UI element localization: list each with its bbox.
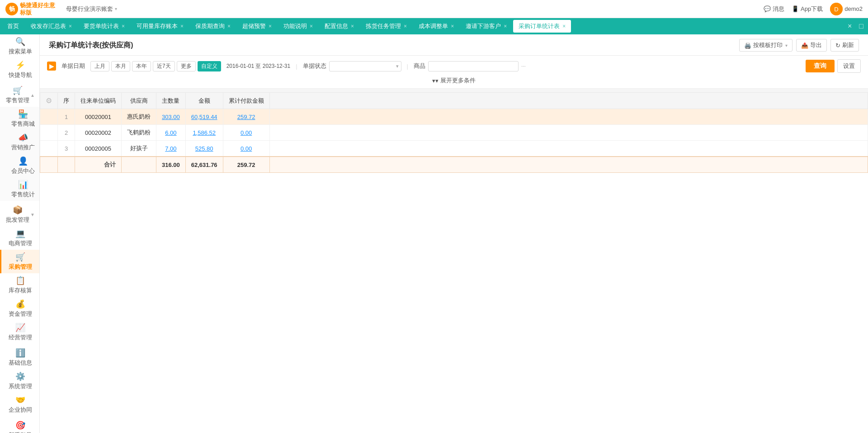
sidebar-item-operations[interactable]: 📈 经营管理 bbox=[0, 320, 39, 344]
refresh-label: 刷新 bbox=[842, 41, 854, 49]
tab-yaohuo[interactable]: 要货单统计表 × bbox=[78, 20, 130, 33]
expand-more-icon: ▾▾ bbox=[432, 77, 439, 84]
workspace-selector[interactable]: 母婴行业演示账套 ▾ bbox=[66, 5, 117, 13]
amount-link-2[interactable]: 1,586.52 bbox=[193, 129, 216, 136]
paid-link-1[interactable]: 259.72 bbox=[237, 114, 255, 120]
sidebar-item-system[interactable]: ⚙️ 系统管理 bbox=[0, 369, 39, 393]
close-tab-yaoqing[interactable]: × bbox=[504, 23, 507, 29]
paid-link-2[interactable]: 0.00 bbox=[241, 129, 252, 136]
date-btn-more[interactable]: 更多 bbox=[177, 61, 196, 71]
close-tab-yaohuo[interactable]: × bbox=[122, 23, 125, 29]
close-tab-peizhi[interactable]: × bbox=[351, 23, 354, 29]
data-table: ⚙ 序 往来单位编码 供应商 主数量 金额 累计付款金额 1 bbox=[40, 92, 868, 173]
user-name-label: demo2 bbox=[844, 5, 863, 12]
close-tab-shoufa[interactable]: × bbox=[69, 23, 72, 29]
close-tab-chengben[interactable]: × bbox=[451, 23, 454, 29]
paid-link-3[interactable]: 0.00 bbox=[241, 145, 252, 152]
sidebar-item-member[interactable]: 👤 会员中心 bbox=[0, 154, 39, 177]
table-row: 3 00020005 好孩子 7.00 525.80 0.00 bbox=[40, 141, 868, 157]
td-extra-2 bbox=[269, 125, 868, 141]
date-btn-7days[interactable]: 近7天 bbox=[153, 61, 175, 71]
print-icon: 🖨️ bbox=[744, 42, 751, 49]
filter-area: ▶ 单据日期 上月 本月 本年 近7天 更多 自定义 2016-01-01 至 … bbox=[40, 56, 868, 89]
sidebar-item-quicknav[interactable]: ⚡ 快捷导航 bbox=[0, 58, 39, 81]
sidebar-item-purchase[interactable]: 🛒 采购管理 bbox=[0, 250, 39, 273]
tab-jianhuo[interactable]: 拣货任务管理 × bbox=[360, 20, 412, 33]
td-vendor-code-1: 00020001 bbox=[75, 109, 122, 125]
table-row: 2 00020002 飞鹤奶粉 6.00 1,586.52 0.00 bbox=[40, 125, 868, 141]
tab-peizhi[interactable]: 配置信息 × bbox=[319, 20, 359, 33]
nav-maximize-btn[interactable]: □ bbox=[856, 22, 866, 30]
app-download-action[interactable]: 📱 App下载 bbox=[792, 5, 823, 13]
template-print-button[interactable]: 🖨️ 按模板打印 ▾ bbox=[739, 39, 793, 52]
tab-gongneng[interactable]: 功能说明 × bbox=[278, 20, 318, 33]
sidebar-item-search[interactable]: 🔍 搜索菜单 bbox=[0, 34, 39, 58]
close-tab-jianhuo[interactable]: × bbox=[404, 23, 407, 29]
sidebar-item-guide[interactable]: 🎯 新手引导 bbox=[0, 418, 39, 433]
td-seq-2: 2 bbox=[58, 125, 75, 141]
nav-tabs: 首页 收发存汇总表 × 要货单统计表 × 可用量库存账本 × 保质期查询 × 超… bbox=[0, 18, 868, 34]
tab-home[interactable]: 首页 bbox=[2, 20, 24, 33]
qty-link-3[interactable]: 7.00 bbox=[165, 145, 176, 152]
expand-more-row[interactable]: ▾▾ 展开更多条件 bbox=[47, 76, 861, 85]
filter-sep-1: | bbox=[296, 63, 297, 70]
tab-shoufa[interactable]: 收发存汇总表 × bbox=[25, 20, 77, 33]
filter-toggle-button[interactable]: ▶ bbox=[47, 62, 56, 71]
sidebar-item-retail[interactable]: 🛒 零售管理 ▲ bbox=[0, 83, 39, 107]
amount-link-1[interactable]: 60,519.44 bbox=[191, 114, 217, 120]
retail-stats-icon: 📊 bbox=[18, 180, 28, 190]
status-select[interactable] bbox=[329, 61, 401, 71]
close-tab-chaoyun[interactable]: × bbox=[269, 23, 272, 29]
tab-caigou-active[interactable]: 采购订单统计表 × bbox=[513, 20, 571, 33]
sidebar-item-inventory[interactable]: 📋 库存核算 bbox=[0, 273, 39, 297]
tab-chaoyun[interactable]: 超储预警 × bbox=[237, 20, 277, 33]
tab-yaoqing[interactable]: 邀请下游客户 × bbox=[460, 20, 512, 33]
td-gear-3 bbox=[40, 141, 58, 157]
message-action[interactable]: 💬 消息 bbox=[764, 5, 784, 13]
sidebar-item-marketing[interactable]: 📣 营销推广 bbox=[0, 130, 39, 154]
table-row: 1 00020001 惠氏奶粉 303.00 60,519.44 259.72 bbox=[40, 109, 868, 125]
nav-close-btn[interactable]: × bbox=[845, 22, 854, 30]
sidebar-item-retail-stats[interactable]: 📊 零售统计 bbox=[0, 177, 39, 201]
user-avatar[interactable]: D demo2 bbox=[830, 3, 863, 15]
settings-button[interactable]: 设置 bbox=[837, 59, 861, 73]
export-label: 导出 bbox=[810, 41, 822, 49]
sidebar-item-retailmall[interactable]: 🏪 零售商城 bbox=[0, 107, 39, 130]
tab-chengben[interactable]: 成本调整单 × bbox=[413, 20, 459, 33]
qty-link-1[interactable]: 303.00 bbox=[162, 114, 180, 120]
date-filter-label: 单据日期 bbox=[61, 62, 85, 70]
sidebar-item-basics[interactable]: ℹ️ 基础信息 bbox=[0, 346, 39, 369]
sidebar-item-collab[interactable]: 🤝 企业协同 bbox=[0, 393, 39, 416]
date-btn-this-month[interactable]: 本月 bbox=[111, 61, 130, 71]
sidebar-item-purchase-label: 采购管理 bbox=[9, 263, 32, 271]
date-btn-this-year[interactable]: 本年 bbox=[132, 61, 151, 71]
td-vendor-name-1: 惠氏奶粉 bbox=[122, 109, 156, 125]
query-button[interactable]: 查询 bbox=[806, 60, 835, 72]
close-tab-gongneng[interactable]: × bbox=[310, 23, 313, 29]
tab-keyongliang[interactable]: 可用量库存账本 × bbox=[131, 20, 189, 33]
close-tab-baozhi[interactable]: × bbox=[227, 23, 231, 29]
refresh-icon: ↻ bbox=[835, 42, 840, 49]
amount-link-3[interactable]: 525.80 bbox=[195, 145, 213, 152]
th-vendor-code: 往来单位编码 bbox=[75, 93, 122, 109]
qty-link-2[interactable]: 6.00 bbox=[165, 129, 176, 136]
sidebar-item-wholesale[interactable]: 📦 批发管理 ▼ bbox=[0, 203, 39, 226]
sidebar-item-ecommerce[interactable]: 💻 电商管理 bbox=[0, 226, 39, 250]
refresh-button[interactable]: ↻ 刷新 bbox=[830, 39, 859, 52]
sidebar-item-ecommerce-label: 电商管理 bbox=[9, 239, 32, 247]
goods-filter-input[interactable] bbox=[428, 61, 519, 71]
member-icon: 👤 bbox=[18, 156, 28, 166]
sidebar-item-finance[interactable]: 💰 资金管理 bbox=[0, 297, 39, 320]
gear-icon[interactable]: ⚙ bbox=[46, 97, 52, 105]
sidebar-item-retailmall-label: 零售商城 bbox=[11, 120, 35, 128]
finance-icon: 💰 bbox=[15, 299, 25, 309]
close-tab-caigou[interactable]: × bbox=[562, 23, 566, 29]
td-vendor-code-3: 00020005 bbox=[75, 141, 122, 157]
date-btn-custom[interactable]: 自定义 bbox=[198, 61, 221, 71]
tab-baozhi[interactable]: 保质期查询 × bbox=[190, 20, 236, 33]
close-tab-keyongliang[interactable]: × bbox=[180, 23, 184, 29]
export-button[interactable]: 📤 导出 bbox=[796, 39, 827, 52]
date-btn-last-month[interactable]: 上月 bbox=[90, 61, 109, 71]
goods-filter-more[interactable]: ··· bbox=[521, 63, 526, 69]
retailmall-icon: 🏪 bbox=[18, 109, 28, 119]
